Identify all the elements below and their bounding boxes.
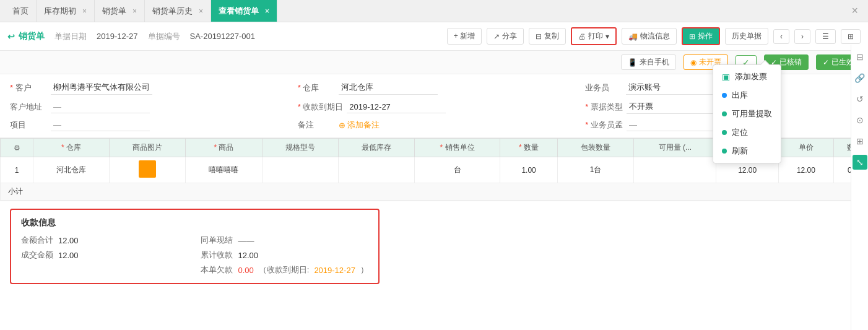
print-dropdown-icon: ▾ bbox=[605, 32, 609, 41]
number-value: SA-20191227-001 bbox=[190, 32, 256, 41]
staff-label: 业务员 bbox=[585, 82, 622, 93]
from-phone-btn[interactable]: 📱 来自手机 bbox=[621, 54, 676, 70]
ticket-type-value[interactable]: 不开票 bbox=[627, 100, 726, 114]
total-row: 金额合计 12.00 bbox=[21, 235, 188, 246]
same-order-value: —— bbox=[238, 236, 254, 245]
staff2-value[interactable]: — bbox=[627, 119, 726, 131]
col-spec: 规格型号 bbox=[262, 139, 338, 157]
copy-btn[interactable]: ⊟ 复制 bbox=[529, 28, 566, 45]
doc-icon: ↩ bbox=[7, 32, 15, 41]
deal-amount-label: 成交金额 bbox=[21, 250, 53, 261]
col-product: * 商品 bbox=[186, 139, 262, 157]
row-warehouse: 河北仓库 bbox=[33, 157, 110, 183]
row-available bbox=[634, 157, 716, 183]
due-date-label: 收款到期日 bbox=[298, 102, 344, 113]
payment-title: 收款信息 bbox=[21, 217, 368, 228]
due-date-value[interactable]: 2019-12-27 bbox=[347, 101, 446, 113]
sidebar-icon-user[interactable]: ⊙ bbox=[853, 113, 867, 128]
add-icon: ⊕ bbox=[339, 121, 345, 130]
address-field: 客户地址 — bbox=[10, 101, 283, 113]
payment-grid: 金额合计 12.00 同单现结 —— 成交金额 12.00 累计收款 12.00… bbox=[21, 235, 368, 276]
tab-home[interactable]: 首页 bbox=[5, 0, 37, 22]
next-btn[interactable]: › bbox=[794, 29, 810, 44]
project-field: 项目 — bbox=[10, 119, 283, 131]
due-date-field: 收款到期日 2019-12-27 bbox=[298, 101, 571, 113]
list-view-btn[interactable]: ☰ bbox=[815, 29, 836, 44]
grid-view-btn[interactable]: ⊞ bbox=[841, 29, 861, 44]
tab-inventory-init[interactable]: 库存期初 × bbox=[37, 0, 95, 22]
col-settings[interactable]: ⚙ bbox=[1, 139, 33, 157]
row-price: 12.00 bbox=[778, 157, 833, 183]
row-qty: 1.00 bbox=[500, 157, 558, 183]
warehouse-value[interactable]: 河北仓库 bbox=[339, 80, 438, 95]
deal-amount-value: 12.00 bbox=[58, 251, 79, 260]
col-image: 商品图片 bbox=[110, 139, 186, 157]
menu-available-qty[interactable]: 可用量提取 bbox=[713, 105, 781, 123]
share-btn[interactable]: ↗ 分享 bbox=[487, 28, 524, 45]
col-min-stock: 最低库存 bbox=[338, 139, 414, 157]
available-qty-dot bbox=[722, 111, 727, 116]
tab-sales-history[interactable]: 销货单历史 × bbox=[145, 0, 211, 22]
tab-view-sales[interactable]: 查看销货单 × bbox=[211, 0, 277, 22]
tab-sales-order[interactable]: 销货单 × bbox=[95, 0, 145, 22]
logistics-icon: 🚚 bbox=[628, 32, 638, 41]
history-btn[interactable]: 历史单据 bbox=[725, 28, 768, 45]
menu-locate[interactable]: 定位 bbox=[713, 123, 781, 142]
project-label: 项目 bbox=[10, 119, 47, 131]
doc-meta: 单据日期 2019-12-27 单据编号 SA-20191227-001 bbox=[54, 31, 255, 42]
menu-add-invoice[interactable]: ▣ 添加发票 bbox=[713, 67, 781, 86]
payment-info: 收款信息 金额合计 12.00 同单现结 —— 成交金额 12.00 累计收款 … bbox=[10, 209, 380, 284]
outbound-dot bbox=[722, 93, 727, 98]
operation-btn[interactable]: ⊞ 操作 bbox=[682, 27, 720, 45]
row-unit: 台 bbox=[414, 157, 500, 183]
customer-value[interactable]: 柳州粤港平安气体有限公司 bbox=[51, 80, 152, 95]
note-field: 备注 ⊕ 添加备注 bbox=[298, 119, 571, 131]
ticket-icon: ◉ bbox=[690, 58, 697, 67]
row-image bbox=[110, 157, 186, 183]
product-thumbnail bbox=[139, 160, 156, 178]
bottom-section: 收款信息 金额合计 12.00 同单现结 —— 成交金额 12.00 累计收款 … bbox=[0, 201, 868, 292]
add-invoice-icon: ▣ bbox=[722, 72, 730, 82]
close-view-sales[interactable]: × bbox=[265, 7, 269, 15]
same-order-label: 同单现结 bbox=[201, 235, 233, 246]
menu-outbound[interactable]: 出库 bbox=[713, 86, 781, 105]
customer-field: 客户 柳州粤港平安气体有限公司 bbox=[10, 80, 283, 95]
close-window-btn[interactable]: × bbox=[846, 4, 863, 17]
add-note-btn[interactable]: ⊕ 添加备注 bbox=[339, 119, 380, 131]
balance-value: 0.00 bbox=[238, 266, 253, 275]
same-order-row: 同单现结 —— bbox=[201, 235, 368, 246]
menu-refresh[interactable]: 刷新 bbox=[713, 142, 781, 160]
operation-icon: ⊞ bbox=[689, 32, 695, 41]
address-label: 客户地址 bbox=[10, 102, 47, 113]
ticket-type-label: 票据类型 bbox=[585, 102, 623, 113]
cumulative-row: 累计收款 12.00 bbox=[201, 250, 368, 261]
refresh-dot bbox=[722, 149, 727, 154]
close-sales-order[interactable]: × bbox=[132, 7, 137, 15]
sidebar-icon-layout[interactable]: ⊟ bbox=[853, 50, 867, 64]
row-pack-qty: 1台 bbox=[558, 157, 634, 183]
address-value[interactable]: — bbox=[51, 101, 150, 113]
warehouse-label: 仓库 bbox=[298, 82, 335, 93]
sidebar-icon-expand[interactable]: ⤡ bbox=[853, 155, 867, 170]
col-warehouse: * 仓库 bbox=[33, 139, 110, 157]
new-btn[interactable]: + 新增 bbox=[447, 28, 482, 45]
col-available: 可用量 (... bbox=[634, 139, 716, 157]
sidebar-icon-link[interactable]: 🔗 bbox=[853, 71, 867, 85]
cumulative-label: 累计收款 bbox=[201, 250, 233, 261]
note-label: 备注 bbox=[298, 119, 335, 131]
project-value[interactable]: — bbox=[51, 119, 150, 131]
warehouse-field: 仓库 河北仓库 bbox=[298, 80, 571, 95]
prev-btn[interactable]: ‹ bbox=[773, 29, 789, 44]
balance-label: 本单欠款 bbox=[201, 264, 233, 276]
sidebar-icon-clipboard[interactable]: ⊞ bbox=[853, 134, 867, 149]
sidebar-icon-refresh[interactable]: ↺ bbox=[853, 92, 867, 106]
balance-due-date: 2019-12-27 bbox=[314, 266, 355, 275]
print-btn[interactable]: 🖨 打印 ▾ bbox=[571, 27, 617, 45]
close-sales-history[interactable]: × bbox=[199, 7, 203, 15]
main-content: ↩ 销货单 单据日期 2019-12-27 单据编号 SA-20191227-0… bbox=[0, 22, 868, 330]
close-inventory-init[interactable]: × bbox=[82, 7, 87, 15]
logistics-btn[interactable]: 🚚 物流信息 bbox=[622, 28, 677, 45]
balance-note: （收款到期日: bbox=[259, 264, 310, 276]
row-product: 嘻嘻嘻嘻 bbox=[186, 157, 262, 183]
doc-title-text: 销货单 bbox=[19, 31, 45, 42]
